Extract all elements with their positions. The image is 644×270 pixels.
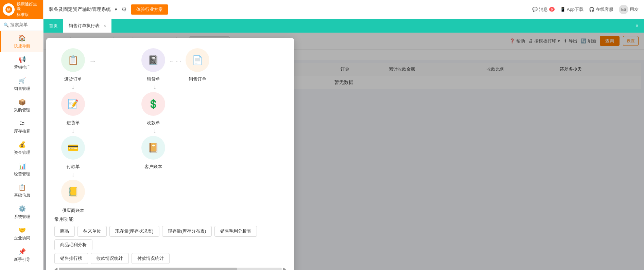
flow-node-payment-bill[interactable]: 💳 付款单	[61, 136, 85, 170]
sidebar: 畅 畅康通好生意 标准版 🔍 搜索菜单 🏠 快捷导航 📢 营销推广 🛒 销售管理	[0, 0, 43, 270]
sidebar-item-inventory[interactable]: 🗂 库存核算	[0, 116, 43, 138]
logo-icon: 畅	[3, 3, 15, 16]
flow-node-purchase-order[interactable]: 📋 进货订单	[61, 48, 85, 82]
message-icon: 💬	[532, 7, 538, 12]
sidebar-nav: 🏠 快捷导航 📢 营销推广 🛒 销售管理 📦 采购管理 🗂 库存核算 💰	[0, 31, 43, 270]
sidebar-item-sales[interactable]: 🛒 销售管理	[0, 74, 43, 95]
home-icon: 🏠	[18, 34, 26, 42]
purchase-icon: 📦	[18, 98, 26, 106]
flow-node-purchase-bill[interactable]: 📝 进货单	[61, 92, 85, 126]
func-btn-payment-stats[interactable]: 付款情况统计	[132, 253, 170, 264]
popup-scrollbar[interactable]: ◀ ▶	[54, 267, 286, 270]
sidebar-item-purchase[interactable]: 📦 采购管理	[0, 95, 43, 116]
finance-icon: 💰	[18, 141, 26, 148]
search-icon: 🔍	[3, 22, 9, 28]
sidebar-item-quick-nav[interactable]: 🏠 快捷导航	[0, 31, 43, 52]
tabs-bar: 首页 销售订单执行表 × ×	[43, 19, 644, 33]
inventory-icon: 🗂	[19, 120, 25, 127]
popup-dialog: 📋 进货订单 ↓ 📝 进货单 ↓	[46, 38, 294, 270]
func-btns-row2: 销售排行榜 收款情况统计 付款情况统计	[54, 253, 286, 264]
sidebar-item-system[interactable]: ⚙️ 系统管理	[0, 202, 43, 223]
overlay[interactable]: 📋 进货订单 ↓ 📝 进货单 ↓	[43, 33, 644, 270]
message-badge: 6	[549, 7, 555, 12]
main-content: 装备及固定资产辅助管理系统 ▾ ⚙ 体验行业方案 💬 消息 6 📱 App下载 …	[43, 0, 644, 270]
sales-icon: 🛒	[18, 77, 26, 85]
scroll-right-icon[interactable]: ▶	[283, 267, 286, 270]
topbar: 装备及固定资产辅助管理系统 ▾ ⚙ 体验行业方案 💬 消息 6 📱 App下载 …	[43, 0, 644, 19]
app-download-btn[interactable]: 📱 App下载	[560, 6, 584, 13]
arrow-down-2: ↓	[72, 126, 75, 136]
func-btn-product-profit[interactable]: 商品毛利分析	[54, 239, 92, 250]
arrow-down-3: ↓	[72, 170, 75, 180]
tab-close-icon[interactable]: ×	[104, 23, 106, 28]
topbar-right: 💬 消息 6 📱 App下载 🎧 在线客服 Ea 用友	[532, 5, 639, 14]
message-btn[interactable]: 💬 消息 6	[532, 6, 555, 13]
sidebar-search[interactable]: 🔍 搜索菜单	[0, 19, 43, 31]
common-functions: 常用功能 商品 往来单位 现存量(库存状况表) 现存量(库存分布表) 销售毛利分…	[54, 216, 286, 264]
sidebar-item-basic-info[interactable]: 📋 基础信息	[0, 180, 43, 202]
customer-ledger-icon: 📔	[141, 136, 165, 160]
flow-node-receipt-bill[interactable]: 💲 收款单	[141, 92, 165, 126]
guide-icon: 📌	[18, 248, 26, 255]
common-funcs-title: 常用功能	[54, 216, 286, 222]
func-btn-stock-status[interactable]: 现存量(库存状况表)	[109, 226, 159, 237]
purchase-bill-icon: 📝	[61, 92, 85, 116]
operations-icon: 📊	[18, 162, 26, 170]
sidebar-item-operations[interactable]: 📊 经营管理	[0, 159, 43, 180]
marketing-icon: 📢	[18, 56, 26, 63]
arrow-down-4: ↓	[153, 82, 156, 92]
scroll-thumb	[59, 268, 237, 270]
svg-text:畅: 畅	[7, 7, 11, 12]
arrow-down-1: ↓	[72, 82, 75, 92]
online-service-btn[interactable]: 🎧 在线客服	[589, 6, 613, 13]
sidebar-item-marketing[interactable]: 📢 营销推广	[0, 52, 43, 74]
arrow-right-1: →	[89, 48, 97, 66]
arrow-down-5: ↓	[153, 126, 156, 136]
download-icon: 📱	[560, 7, 565, 12]
scroll-track	[59, 268, 282, 270]
chevron-down-icon: ▾	[115, 7, 117, 12]
func-btn-sales-rank[interactable]: 销售排行榜	[54, 253, 88, 264]
sales-order-icon: 📄	[186, 48, 209, 72]
func-btn-sales-profit[interactable]: 销售毛利分析表	[214, 226, 257, 237]
func-btn-product[interactable]: 商品	[54, 226, 75, 237]
sidebar-item-guide[interactable]: 📌 新手引导	[0, 245, 43, 266]
gear-icon[interactable]: ⚙	[121, 6, 127, 13]
content-area: 单据日期 📅 ~ 📅 单据状态 ❓ 帮助 🖨 按模板打印	[43, 33, 644, 270]
sidebar-item-cooperation[interactable]: 🤝 企业协同	[0, 223, 43, 245]
logo-text: 畅康通好生意 标准版	[17, 2, 40, 18]
system-dropdown[interactable]: ▾	[115, 7, 117, 12]
service-icon: 🎧	[589, 7, 594, 12]
tabs-close-all-btn[interactable]: ×	[630, 23, 644, 29]
cooperation-icon: 🤝	[18, 227, 26, 234]
purchase-order-icon: 📋	[61, 48, 85, 72]
flow-node-sales-bill[interactable]: 📓 销货单	[141, 48, 165, 82]
scroll-left-icon[interactable]: ◀	[54, 267, 57, 270]
sales-bill-icon: 📓	[141, 48, 165, 72]
func-btn-partner[interactable]: 往来单位	[77, 226, 107, 237]
experience-btn[interactable]: 体验行业方案	[131, 4, 168, 15]
func-btn-stock-dist[interactable]: 现存量(库存分布表)	[162, 226, 212, 237]
payment-bill-icon: 💳	[61, 136, 85, 160]
user-btn[interactable]: Ea 用友	[619, 5, 639, 14]
system-icon: ⚙️	[18, 205, 26, 213]
sidebar-logo: 畅 畅康通好生意 标准版	[0, 0, 43, 19]
sidebar-item-finance[interactable]: 💰 资金管理	[0, 138, 43, 159]
tab-sales-order[interactable]: 销售订单执行表 ×	[63, 19, 111, 33]
func-btn-receipt-stats[interactable]: 收款情况统计	[91, 253, 129, 264]
supplier-ledger-icon: 📒	[61, 180, 85, 203]
func-btns-row1: 商品 往来单位 现存量(库存状况表) 现存量(库存分布表) 销售毛利分析表 商品…	[54, 226, 286, 250]
dash-arrow-left: ← - -	[169, 58, 181, 72]
tab-home[interactable]: 首页	[43, 19, 63, 33]
receipt-bill-icon: 💲	[141, 92, 165, 116]
basic-info-icon: 📋	[18, 184, 26, 191]
system-title: 装备及固定资产辅助管理系统	[49, 6, 111, 13]
flow-node-sales-order[interactable]: 📄 销售订单	[186, 48, 209, 82]
flow-node-customer-ledger[interactable]: 📔 客户账本	[141, 136, 165, 170]
avatar: Ea	[619, 5, 628, 14]
flow-node-supplier-ledger[interactable]: 📒 供应商账本	[61, 180, 85, 214]
